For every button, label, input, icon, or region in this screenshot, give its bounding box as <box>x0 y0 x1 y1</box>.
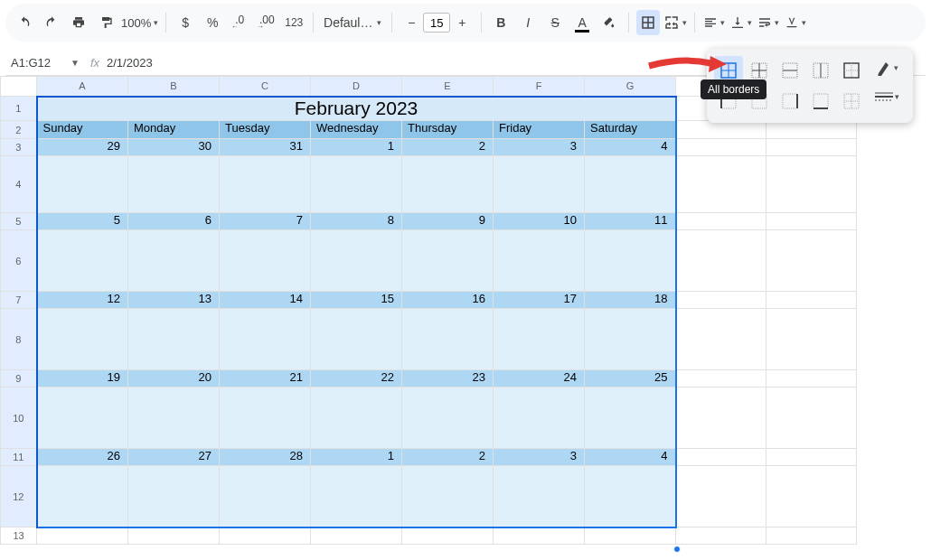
date-cell[interactable]: 16 <box>402 292 494 309</box>
weekday-cell[interactable]: Monday <box>128 121 220 139</box>
cell[interactable] <box>37 466 128 527</box>
date-cell[interactable]: 24 <box>494 370 585 387</box>
cell[interactable] <box>128 466 220 527</box>
date-cell[interactable]: 28 <box>220 449 311 466</box>
cell[interactable] <box>585 309 676 370</box>
column-header[interactable]: C <box>220 77 311 97</box>
date-cell[interactable]: 7 <box>220 213 311 230</box>
font-size-decrease[interactable]: − <box>400 10 423 35</box>
borders-button[interactable] <box>636 10 660 35</box>
cell[interactable] <box>220 387 311 449</box>
cell[interactable] <box>402 230 494 292</box>
row-header[interactable]: 8 <box>1 309 37 370</box>
column-header[interactable]: E <box>402 77 494 97</box>
date-cell[interactable]: 2 <box>402 139 494 156</box>
date-cell[interactable]: 31 <box>220 139 311 156</box>
cell[interactable] <box>494 309 585 370</box>
date-cell[interactable]: 3 <box>494 449 585 466</box>
date-cell[interactable]: 12 <box>37 292 128 309</box>
row-header[interactable]: 1 <box>1 97 37 121</box>
weekday-cell[interactable]: Friday <box>494 121 585 139</box>
cell[interactable] <box>402 156 494 213</box>
weekday-cell[interactable]: Thursday <box>402 121 494 139</box>
calendar-title[interactable]: February 2023 <box>37 97 676 121</box>
row-header[interactable]: 7 <box>1 292 37 309</box>
border-vertical[interactable] <box>806 56 835 85</box>
row-header[interactable]: 13 <box>1 527 37 545</box>
merge-cells-button[interactable] <box>663 10 687 35</box>
name-box[interactable]: A1:G12 <box>5 56 71 70</box>
cell[interactable] <box>220 466 311 527</box>
cell[interactable] <box>311 466 402 527</box>
text-rotation-button[interactable] <box>784 10 807 35</box>
date-cell[interactable]: 29 <box>37 139 128 156</box>
select-all-corner[interactable] <box>1 77 37 97</box>
font-family-select[interactable]: Defaul… <box>321 10 384 35</box>
row-header[interactable]: 11 <box>1 449 37 466</box>
selection-handle[interactable] <box>673 546 681 553</box>
more-formats-button[interactable]: 123 <box>282 10 306 35</box>
row-header[interactable]: 12 <box>1 466 37 527</box>
cell[interactable] <box>402 387 494 449</box>
row-header[interactable]: 10 <box>1 387 37 449</box>
date-cell[interactable]: 20 <box>128 370 220 387</box>
font-size-input[interactable] <box>423 13 450 33</box>
date-cell[interactable]: 19 <box>37 370 128 387</box>
date-cell[interactable]: 1 <box>311 139 402 156</box>
row-header[interactable]: 9 <box>1 370 37 387</box>
cell[interactable] <box>494 466 585 527</box>
cell[interactable] <box>494 156 585 213</box>
date-cell[interactable]: 14 <box>220 292 311 309</box>
cell[interactable] <box>494 230 585 292</box>
date-cell[interactable]: 13 <box>128 292 220 309</box>
weekday-cell[interactable]: Tuesday <box>220 121 311 139</box>
border-style-button[interactable]: ▾ <box>873 85 900 108</box>
strikethrough-button[interactable]: S <box>543 10 567 35</box>
date-cell[interactable]: 10 <box>494 213 585 230</box>
cell[interactable] <box>402 466 494 527</box>
weekday-cell[interactable]: Saturday <box>585 121 676 139</box>
formula-input[interactable]: 2/1/2023 <box>107 56 153 70</box>
cell[interactable] <box>220 156 311 213</box>
cell[interactable] <box>585 387 676 449</box>
date-cell[interactable]: 4 <box>585 139 676 156</box>
cell[interactable] <box>128 230 220 292</box>
text-color-button[interactable]: A <box>570 10 594 35</box>
paint-format-button[interactable] <box>94 10 118 35</box>
date-cell[interactable]: 18 <box>585 292 676 309</box>
date-cell[interactable]: 22 <box>311 370 402 387</box>
date-cell[interactable]: 2 <box>402 449 494 466</box>
redo-button[interactable] <box>40 10 63 35</box>
weekday-cell[interactable]: Sunday <box>37 121 128 139</box>
date-cell[interactable]: 3 <box>494 139 585 156</box>
cell[interactable] <box>37 387 128 449</box>
cell[interactable] <box>494 387 585 449</box>
column-header[interactable]: F <box>494 77 585 97</box>
border-bottom[interactable] <box>806 87 835 116</box>
row-header[interactable]: 3 <box>1 139 37 156</box>
grid-table[interactable]: A B C D E F G 1 February 2023 2 Sunday M… <box>0 76 857 545</box>
increase-decimal-button[interactable]: .00→ <box>255 10 278 35</box>
zoom-select[interactable]: 100% <box>121 10 158 35</box>
cell[interactable] <box>128 309 220 370</box>
date-cell[interactable]: 17 <box>494 292 585 309</box>
date-cell[interactable]: 4 <box>585 449 676 466</box>
cell[interactable] <box>585 466 676 527</box>
date-cell[interactable]: 25 <box>585 370 676 387</box>
date-cell[interactable]: 26 <box>37 449 128 466</box>
date-cell[interactable]: 30 <box>128 139 220 156</box>
row-header[interactable]: 4 <box>1 156 37 213</box>
text-wrap-button[interactable] <box>757 10 780 35</box>
undo-button[interactable] <box>13 10 36 35</box>
cell[interactable] <box>402 309 494 370</box>
column-header[interactable]: A <box>37 77 128 97</box>
cell[interactable] <box>585 156 676 213</box>
format-currency-button[interactable]: $ <box>174 10 197 35</box>
border-color-button[interactable]: ▾ <box>873 56 900 79</box>
vertical-align-button[interactable] <box>729 10 753 35</box>
border-right[interactable] <box>776 87 804 116</box>
date-cell[interactable]: 23 <box>402 370 494 387</box>
date-cell[interactable]: 5 <box>37 213 128 230</box>
date-cell[interactable]: 9 <box>402 213 494 230</box>
name-box-dropdown[interactable]: ▼ <box>71 58 80 68</box>
